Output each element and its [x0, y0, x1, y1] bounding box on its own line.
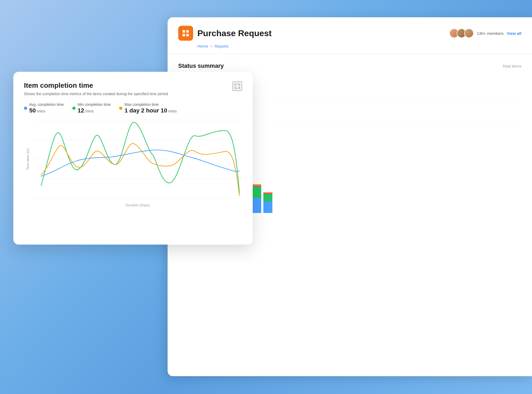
- min-value: 12 mins: [78, 107, 111, 114]
- legend-max: Max completion time 1 day 2 hour 10 mins: [119, 102, 177, 114]
- members-count: 130+ members: [477, 31, 504, 36]
- header-top: Purchase Request 130+ members View all: [178, 26, 521, 41]
- chart-description: Shows the completion time metrics of the…: [24, 92, 242, 96]
- max-dot: [119, 107, 122, 110]
- chart-card: Item completion time Shows the completio…: [13, 72, 253, 245]
- breadcrumb-reports[interactable]: Reports: [214, 44, 228, 48]
- svg-rect-0: [182, 30, 185, 33]
- legend-row: Avg. completion time 50 mins Min complet…: [24, 102, 242, 114]
- total-items-label: Total items: [502, 64, 521, 68]
- chart-expand-button[interactable]: [232, 81, 242, 91]
- section-header: Status summary Total items: [178, 62, 521, 69]
- max-text: Max completion time 1 day 2 hour 10 mins: [124, 102, 177, 114]
- title-area: Purchase Request: [197, 28, 445, 38]
- avatars: [449, 28, 474, 38]
- chart-container: Time taken (hr) 100 75 50 25 0 Jan Feb M…: [24, 119, 242, 207]
- svg-rect-3: [186, 34, 189, 36]
- breadcrumb: Home > Reports: [197, 44, 521, 48]
- min-label: Min completion time: [78, 102, 111, 107]
- avg-dot: [24, 107, 27, 110]
- chart-title: Item completion time: [24, 81, 242, 90]
- app-icon: [178, 26, 193, 41]
- svg-rect-2: [182, 34, 185, 36]
- breadcrumb-home[interactable]: Home: [197, 44, 208, 48]
- app-title: Purchase Request: [197, 28, 445, 38]
- min-text: Min completion time 12 mins: [78, 102, 111, 114]
- min-dot: [72, 107, 76, 110]
- members-area: 130+ members View all: [449, 28, 521, 38]
- line-chart-svg: 100 75 50 25 0 Jan Feb Mar Apr May Jun J…: [33, 119, 242, 199]
- status-summary-title: Status summary: [178, 62, 224, 69]
- avatar: [464, 28, 474, 38]
- avg-label: Avg. completion time: [29, 102, 64, 107]
- bar-group: [252, 184, 261, 213]
- panel-header: Purchase Request 130+ members View all: [168, 17, 532, 54]
- avg-text: Avg. completion time 50 mins: [29, 102, 64, 114]
- max-label: Max completion time: [124, 102, 177, 107]
- legend-avg: Avg. completion time 50 mins: [24, 102, 64, 114]
- view-all-button[interactable]: View all: [507, 31, 521, 36]
- avg-value: 50 mins: [29, 107, 64, 114]
- y-axis-label: Time taken (hr): [26, 149, 30, 170]
- breadcrumb-separator: >: [210, 44, 212, 48]
- bar-group: [263, 192, 272, 213]
- svg-rect-1: [186, 30, 189, 33]
- x-axis-label: Duration (Days): [33, 203, 242, 207]
- legend-min: Min completion time 12 mins: [72, 102, 111, 114]
- max-value: 1 day 2 hour 10 mins: [124, 107, 177, 114]
